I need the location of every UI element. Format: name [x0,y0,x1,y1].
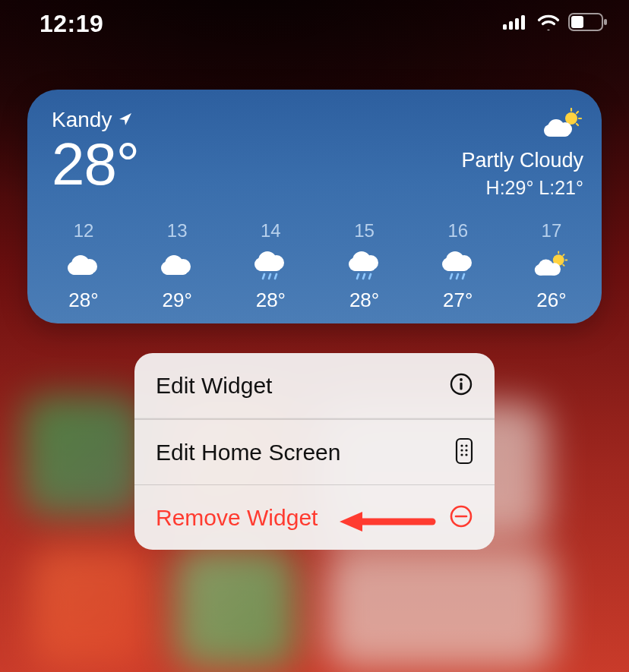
svg-rect-19 [70,266,94,275]
svg-rect-56 [460,382,462,390]
svg-rect-2 [515,18,519,30]
info-icon [449,372,473,399]
svg-point-61 [465,449,467,451]
partly-cloudy-icon [533,249,570,281]
menu-item-label: Edit Home Screen [156,440,340,465]
svg-line-28 [263,274,264,279]
location-arrow-icon [118,108,133,132]
svg-line-30 [275,274,277,279]
menu-item-label: Remove Widget [156,505,318,531]
forecast-hour: 16 27° [428,220,488,312]
svg-rect-41 [444,262,469,271]
cloud-rain-icon [346,249,383,281]
phone-grid-icon [455,437,473,468]
svg-marker-67 [340,512,362,532]
svg-point-58 [460,444,463,446]
svg-rect-6 [604,19,607,25]
menu-item-remove-widget[interactable]: Remove Widget [134,485,495,550]
menu-item-edit-widget[interactable]: Edit Widget [134,353,495,418]
svg-rect-3 [521,15,525,30]
forecast-hour-temp: 27° [443,289,473,312]
minus-circle-icon [449,504,473,532]
status-time: 12:19 [40,10,103,38]
weather-widget[interactable]: Kandy 28° [27,90,602,323]
weather-location-name: Kandy [52,108,112,132]
forecast-hour: 15 28° [334,220,395,312]
forecast-hour-temp: 28° [68,289,98,312]
svg-rect-1 [509,21,513,30]
forecast-hour-label: 15 [354,220,375,241]
weather-high-low: H:29° L:21° [461,177,583,199]
cellular-icon [503,14,529,33]
svg-point-55 [460,378,463,381]
status-bar: 12:19 [0,0,629,47]
forecast-hour-label: 14 [261,220,281,241]
svg-point-60 [460,449,463,451]
widget-context-menu: Edit Widget Edit Home Screen Remove Widg… [134,353,495,550]
forecast-hour-label: 12 [74,220,94,241]
forecast-hour: 13 29° [147,220,207,312]
svg-line-49 [563,265,564,266]
svg-line-42 [450,274,452,279]
forecast-hour: 17 26° [521,220,582,312]
svg-point-63 [465,453,467,456]
hourly-forecast: 12 28° 13 29° 14 28° 15 28° [52,220,583,312]
svg-rect-5 [571,16,583,28]
forecast-hour: 12 28° [53,220,114,312]
svg-rect-53 [537,267,558,276]
svg-line-11 [577,124,578,125]
svg-line-10 [577,112,578,113]
forecast-hour-temp: 28° [256,289,286,312]
forecast-hour-temp: 29° [163,289,192,312]
forecast-hour-label: 13 [167,220,188,241]
svg-line-48 [563,254,564,255]
cloud-rain-icon [440,249,476,281]
svg-rect-34 [351,262,375,271]
forecast-hour-temp: 26° [536,289,566,312]
weather-location: Kandy [52,108,139,132]
svg-point-62 [460,453,463,456]
svg-rect-23 [163,266,188,275]
cloud-icon [65,249,102,281]
forecast-hour-temp: 28° [349,289,379,312]
partly-cloudy-icon [542,108,583,143]
battery-icon [568,13,608,34]
cloud-rain-icon [252,249,289,281]
svg-line-35 [357,274,359,279]
forecast-hour-label: 16 [447,220,468,241]
status-indicators [503,13,608,34]
svg-rect-27 [257,262,281,271]
weather-condition: Partly Cloudy [461,149,583,172]
svg-line-37 [369,274,371,279]
weather-temperature: 28° [52,135,139,193]
svg-rect-57 [457,439,472,463]
forecast-hour-label: 17 [542,220,562,241]
menu-item-label: Edit Widget [156,373,272,399]
svg-line-29 [269,274,270,279]
svg-line-43 [457,274,458,279]
wifi-icon [536,14,561,33]
svg-line-36 [363,274,365,279]
forecast-hour: 14 28° [240,220,301,312]
svg-line-44 [463,274,464,279]
annotation-arrow-icon [340,510,438,537]
menu-item-edit-home-screen[interactable]: Edit Home Screen [134,420,495,484]
svg-point-59 [465,444,467,446]
svg-rect-0 [503,24,507,30]
cloud-icon [159,249,195,281]
svg-rect-15 [547,128,570,137]
